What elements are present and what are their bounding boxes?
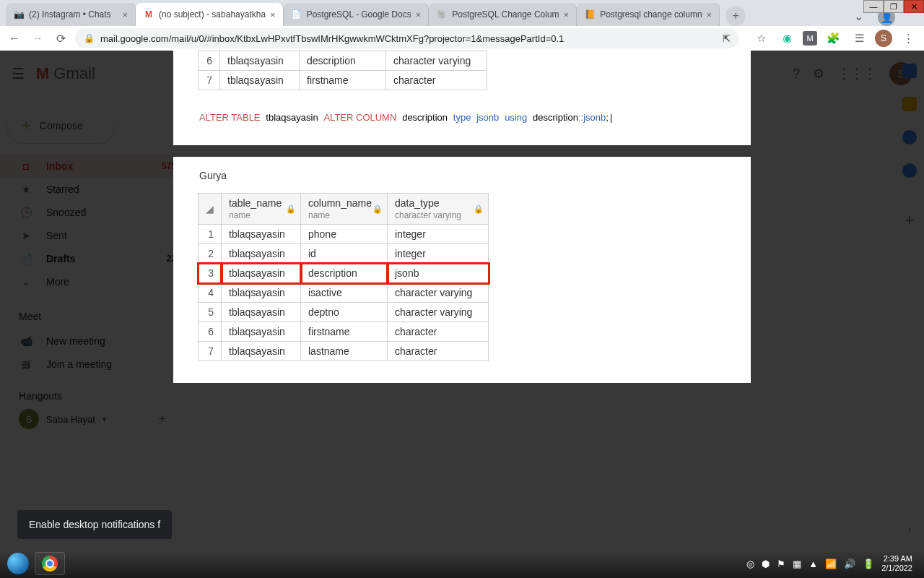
gmail-icon: M [143,9,154,20]
start-button[interactable] [4,552,32,575]
tab-pg-column[interactable]: 📙 Postgresql change column × [577,3,720,26]
tab-strip: 📷 (2) Instagram • Chats × M (no subject)… [0,0,924,26]
network-icon[interactable]: 📶 [825,558,837,569]
window-close[interactable]: ✕ [904,0,924,13]
window-maximize[interactable]: ❐ [884,0,904,13]
tab-title: (2) Instagram • Chats [29,9,118,20]
docs-icon: 📄 [291,9,302,20]
forward-button[interactable]: → [29,30,46,47]
tab-close-icon[interactable]: × [707,9,712,20]
extensions-icon[interactable]: 🧩 [823,28,843,48]
tab-close-icon[interactable]: × [416,9,422,20]
chevron-down-icon[interactable]: ⌄ [854,9,863,23]
toolbar: ← → ⟳ 🔒 mail.google.com/mail/u/0/#inbox/… [0,26,924,51]
tab-title: PostgreSQL - Google Docs [307,9,411,20]
extension-grammarly-icon[interactable]: ◉ [777,28,797,48]
tray-icon[interactable]: ⬢ [762,558,770,569]
time-text: 2:39 AM [881,554,912,564]
reading-list-icon[interactable]: ☰ [849,28,869,48]
tray-icon[interactable]: ⚑ [777,558,785,569]
table-row: 5tblaqsayasindeptnocharacter varying [199,303,489,322]
table-row: 7tblaqsayasinfirstnamecharacter [199,71,487,90]
tab-instagram[interactable]: 📷 (2) Instagram • Chats × [6,3,136,26]
back-button[interactable]: ← [6,30,23,47]
tab-gdocs[interactable]: 📄 PostgreSQL - Google Docs × [284,3,430,26]
lock-icon: 🔒 [474,204,484,214]
attachment-image-1: 6tblaqsayasindescriptioncharacter varyin… [173,51,751,145]
star-icon[interactable]: ☆ [751,28,771,48]
tab-close-icon[interactable]: × [564,9,570,20]
lock-icon: 🔒 [84,33,95,43]
reload-button[interactable]: ⟳ [52,30,69,47]
battery-icon[interactable]: 🔋 [863,558,874,569]
chrome-icon [42,556,58,571]
col-header-data-type: data_typecharacter varying🔒 [388,194,489,225]
tray-icon[interactable]: ◎ [746,558,754,569]
tray-icon[interactable]: ▦ [793,558,801,569]
lock-icon: 🔒 [372,204,383,214]
tab-pg-change[interactable]: 🐘 PostgreSQL Change Colum × [429,3,577,26]
tab-close-icon[interactable]: × [122,9,128,20]
instagram-icon: 📷 [13,9,25,20]
gurya-label: Gurya [199,170,751,181]
date-text: 2/1/2022 [881,564,912,573]
taskbar-app-chrome[interactable] [35,552,65,575]
window-minimize[interactable]: — [863,0,884,13]
tab-title: PostgreSQL Change Colum [452,9,559,20]
system-tray: ◎ ⬢ ⚑ ▦ ▲ 📶 🔊 🔋 2:39 AM 2/1/2022 [746,554,920,573]
postgres-icon: 🐘 [436,9,448,20]
lock-icon: 🔒 [286,204,296,214]
browser-chrome: 📷 (2) Instagram • Chats × M (no subject)… [0,0,924,51]
sql-statement: ALTER TABLE tblaqsayasin ALTER COLUMN de… [199,112,751,124]
table-row: 3tblaqsayasindescriptionjsonb [199,264,489,283]
taskbar: ◎ ⬢ ⚑ ▦ ▲ 📶 🔊 🔋 2:39 AM 2/1/2022 [0,549,924,578]
url-text: mail.google.com/mail/u/0/#inbox/KtbxLwHP… [100,33,564,44]
stackoverflow-icon: 📙 [584,9,596,20]
schema-table-main: ◢ table_namename🔒 column_namename🔒 data_… [198,193,489,361]
clock[interactable]: 2:39 AM 2/1/2022 [881,554,912,573]
attachment-image-2: Gurya ◢ table_namename🔒 column_namename🔒… [173,157,751,383]
table-row: 7tblaqsayasinlastnamecharacter [199,342,489,361]
table-row: 2tblaqsayasinidinteger [199,244,489,264]
address-bar[interactable]: 🔒 mail.google.com/mail/u/0/#inbox/KtbxLw… [75,28,739,48]
col-header-column-name: column_namename🔒 [301,194,388,225]
new-tab-button[interactable]: + [725,6,746,26]
table-row: 4tblaqsayasinisactivecharacter varying [199,283,489,303]
volume-icon[interactable]: 🔊 [844,558,855,569]
extension-icon[interactable]: M [803,31,817,46]
table-row: 6tblaqsayasinfirstnamecharacter [199,322,489,342]
attachment-viewer: 6tblaqsayasindescriptioncharacter varyin… [0,51,924,549]
schema-table-top: 6tblaqsayasindescriptioncharacter varyin… [198,51,487,90]
tab-title: (no subject) - sabahayatkha [159,9,266,20]
menu-icon[interactable]: ⋮ [898,28,918,48]
tab-close-icon[interactable]: × [270,9,276,20]
col-header-table-name: table_namename🔒 [222,194,301,225]
table-corner: ◢ [199,194,222,225]
windows-icon [7,553,29,574]
share-icon[interactable]: ⇱ [723,33,731,44]
tray-icon[interactable]: ▲ [808,558,818,569]
chrome-profile-avatar[interactable]: S [875,30,892,47]
table-row: 1tblaqsayasinphoneinteger [199,225,489,244]
tab-gmail[interactable]: M (no subject) - sabahayatkha × [136,3,284,26]
tab-title: Postgresql change column [600,9,702,20]
table-row: 6tblaqsayasindescriptioncharacter varyin… [199,51,487,71]
